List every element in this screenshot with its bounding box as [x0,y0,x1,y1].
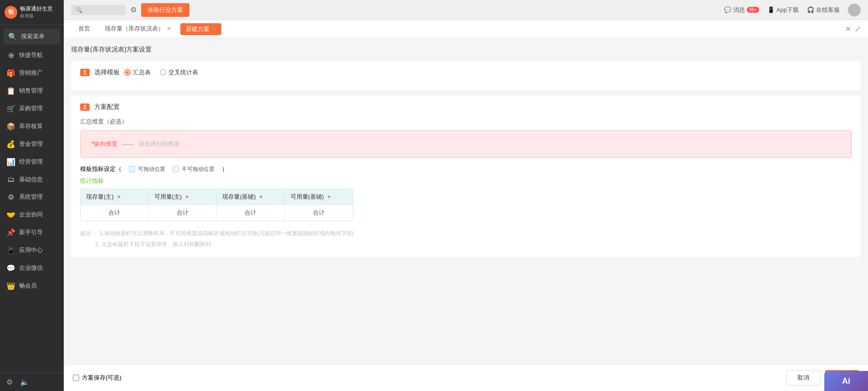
ai-badge[interactable]: Ai [824,371,868,391]
online-service-item[interactable]: 🎧 在线客服 [807,6,840,14]
sidebar-item-basic[interactable]: 🗂 基础信息 [0,171,64,188]
step1-header: 1 选择模板 汇总表 交叉统计表 [80,68,852,77]
indicators-config-label: 模板指标设定（ [80,165,122,173]
step2-badge: 2 [80,103,90,111]
sidebar-item-shortcut-label: 快捷导航 [19,51,43,59]
col-present-main[interactable]: 现存量(主) ▼ [81,189,149,205]
non-movable-toggle: 不可拖动位置 [173,165,214,173]
sidebar-item-shortcut[interactable]: ⊕ 快捷导航 [0,46,64,64]
non-movable-label: 不可拖动位置 [182,165,214,173]
tab-new-close[interactable]: ✕ [211,26,216,32]
tabs-bar: 首页 现存量（库存状况表） ✕ 新建方案 ✕ ✕ ⤢ [64,20,868,38]
radio-crosstab-label: 交叉统计表 [168,68,198,77]
sidebar-item-sales[interactable]: 📋 销售管理 [0,82,64,100]
sidebar-item-purchase[interactable]: 🛒 采购管理 [0,100,64,118]
sidebar-logo: 畅 畅康通好生意 标准版 [0,0,64,25]
sidebar-item-finance[interactable]: 💰 资金管理 [0,135,64,153]
main-area: 🔍 ⚙ 体验行业方案 💬 消息 99+ 📱 App下载 🎧 在线客服 [64,0,868,391]
col-available-main-arrow: ▼ [184,194,189,200]
sidebar-item-newguide[interactable]: 📌 新手引导 [0,224,64,242]
sidebar-item-inventory[interactable]: 📦 库存核算 [0,118,64,135]
tab-home[interactable]: 首页 [71,20,97,38]
topbar-gear-icon[interactable]: ⚙ [130,5,137,14]
app-download-item[interactable]: 📱 App下载 [767,6,799,14]
search-icon-top: 🔍 [76,7,82,13]
sidebar-item-marketing[interactable]: 🎁 营销推广 [0,64,64,82]
messages-item[interactable]: 💬 消息 99+ [724,6,759,14]
sidebar-search[interactable]: 🔍 搜索菜单 [4,29,60,45]
search-icon: 🔍 [8,32,17,41]
chart-icon: 📊 [6,158,15,166]
topbar-left: 🔍 ⚙ 体验行业方案 [71,3,189,17]
radio-crosstab[interactable]: 交叉统计表 [160,68,198,77]
col-available-main[interactable]: 可用量(主) ▼ [149,189,217,205]
sidebar-item-basic-label: 基础信息 [19,175,43,184]
sidebar-item-member[interactable]: 👑 畅会员 [0,277,64,295]
cancel-button[interactable]: 取消 [786,370,821,386]
tab-inventory-close[interactable]: ✕ [167,26,171,32]
sidebar-item-operations[interactable]: 📊 经营管理 [0,153,64,171]
gift-icon: 🎁 [6,69,15,77]
cell-present-aux-sub: 合计 [217,205,285,221]
radio-summary-label: 汇总表 [133,68,151,77]
save-checkbox[interactable]: 方案保存(可选) [73,374,122,382]
col-present-main-label: 现存量(主) [86,193,114,201]
stats-label: 统计指标 [80,177,852,185]
col-present-aux-arrow: ▼ [259,194,264,200]
online-service-label: 在线客服 [816,6,840,14]
tab-new-label: 新建方案 [186,25,209,33]
trial-button[interactable]: 体验行业方案 [141,3,189,17]
step1-label: 选择模板 [94,68,120,77]
dimension-dash: —— [122,141,134,148]
home-icon: ⊕ [6,51,15,60]
sidebar: 畅 畅康通好生意 标准版 🔍 搜索菜单 ⊕ 快捷导航 🎁 营销推广 📋 销售管理… [0,0,64,391]
radio-summary[interactable]: 汇总表 [124,68,151,77]
sidebar-item-wechat[interactable]: 💬 企业微信 [0,259,64,277]
sound-icon[interactable]: 🔈 [20,378,29,386]
sidebar-item-appcenter[interactable]: 📱 应用中心 [0,242,64,259]
dimension-box[interactable]: *纵向维度 —— 请选择分组维度 [80,130,852,158]
tab-close-icon[interactable]: ✕ [845,25,851,33]
indicators-config-row: 模板指标设定（ 可拖动位置 不可拖动位置 ） [80,165,852,173]
cell-available-main-sub: 合计 [149,205,217,221]
col-present-aux-label: 现存量(基辅) [222,193,256,201]
col-present-aux[interactable]: 现存量(基辅) ▼ [217,189,285,205]
sidebar-item-system[interactable]: ⚙ 系统管理 [0,188,64,206]
page-title: 现存量(库存状况表)方案设置 [71,46,861,54]
non-movable-box [173,166,179,172]
user-avatar[interactable] [848,4,861,16]
message-icon: 💬 [724,6,731,13]
phone-icon: 📱 [767,6,775,13]
messages-badge: 99+ [747,7,759,13]
tab-expand-icon[interactable]: ⤢ [855,25,861,33]
col-available-aux[interactable]: 可用量(基辅) ▼ [285,189,353,205]
sidebar-search-label: 搜索菜单 [21,32,45,41]
settings-icon[interactable]: ⚙ [6,378,13,386]
dimension-placeholder: 请选择分组维度 [138,140,180,148]
sidebar-item-newguide-label: 新手引导 [19,228,43,237]
gear-icon: ⚙ [6,193,15,201]
sidebar-item-cooperation-label: 企业协同 [19,211,43,219]
sidebar-item-cooperation[interactable]: 🤝 企业协同 [0,206,64,224]
sidebar-item-member-label: 畅会员 [19,282,37,290]
sidebar-item-appcenter-label: 应用中心 [19,246,43,254]
tip-2: 2. 点击标题栏下拉可设置排序、插入列和删除列 [80,239,852,250]
tips-section: 提示： 1.拖动标题栏可以调整布局，不可跨维度或指标区域拖动栏目字段(只能在同一… [80,228,852,250]
tab-new-plan[interactable]: 新建方案 ✕ [180,23,221,35]
topbar-search[interactable]: 🔍 [71,5,126,15]
sidebar-nav: 🔍 搜索菜单 ⊕ 快捷导航 🎁 营销推广 📋 销售管理 🛒 采购管理 📦 库存核… [0,25,64,373]
tab-inventory-label: 现存量（库存状况表） [105,25,164,33]
tab-inventory-status[interactable]: 现存量（库存状况表） ✕ [97,20,179,38]
step2-section: 2 方案配置 汇总维度（必选） *纵向维度 —— 请选择分组维度 模板指标设定（… [71,96,861,257]
summary-dimension-label: 汇总维度（必选） [80,118,852,126]
sidebar-item-finance-label: 资金管理 [19,140,43,148]
crown-icon: 👑 [6,282,15,290]
dimension-row: *纵向维度 —— 请选择分组维度 [92,140,840,148]
sidebar-item-wechat-label: 企业微信 [19,264,43,272]
topbar-right: 💬 消息 99+ 📱 App下载 🎧 在线客服 [724,4,861,16]
cell-present-main-sub: 合计 [81,205,149,221]
sidebar-item-operations-label: 经营管理 [19,158,43,166]
bottom-bar: 方案保存(可选) 取消 查询 [64,364,868,391]
pin-icon: 📌 [6,228,15,237]
save-checkbox-input[interactable] [73,375,79,381]
